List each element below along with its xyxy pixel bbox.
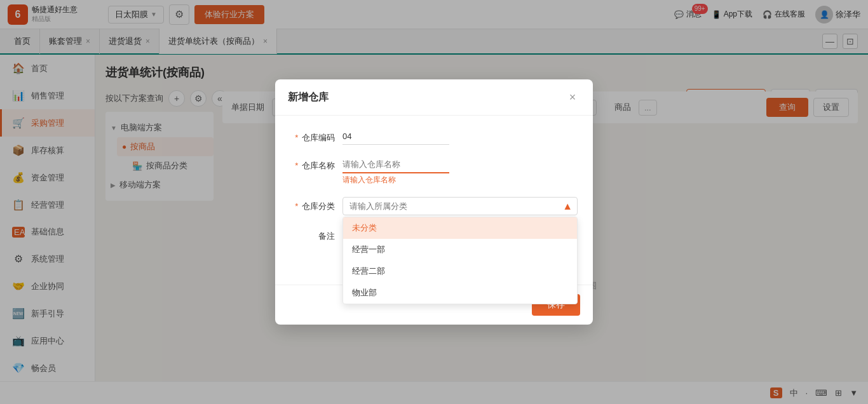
- modal-close-button[interactable]: ×: [565, 90, 580, 105]
- notes-label: 备注: [290, 227, 335, 242]
- code-input[interactable]: [342, 128, 449, 145]
- category-arrow-icon[interactable]: ▲: [562, 201, 573, 212]
- dropdown-item-property[interactable]: 物业部: [343, 282, 577, 304]
- add-warehouse-modal: 新增仓库 × * 仓库编码 * 仓库名称: [275, 79, 593, 325]
- modal-header: 新增仓库 ×: [275, 79, 593, 116]
- name-error-msg: 请输入仓库名称: [342, 175, 578, 185]
- dropdown-item-unclassified[interactable]: 未分类: [343, 217, 577, 239]
- modal-title: 新增仓库: [288, 91, 329, 104]
- form-row-name: * 仓库名称 请输入仓库名称: [290, 156, 578, 185]
- form-row-code: * 仓库编码: [290, 128, 578, 145]
- code-label: * 仓库编码: [290, 128, 335, 144]
- form-row-category: * 仓库分类 ▲ 未分类 经营一部 经营二部 物业部: [290, 197, 578, 215]
- category-dropdown: 未分类 经营一部 经营二部 物业部: [342, 217, 578, 304]
- modal-body: * 仓库编码 * 仓库名称 请输入仓库名称: [275, 116, 593, 285]
- category-select-wrapper: ▲ 未分类 经营一部 经营二部 物业部: [342, 197, 578, 215]
- category-input[interactable]: [342, 197, 578, 215]
- name-input[interactable]: [342, 156, 449, 173]
- dropdown-item-dept1[interactable]: 经营一部: [343, 239, 577, 260]
- category-label: * 仓库分类: [290, 197, 335, 212]
- dropdown-item-dept2[interactable]: 经营二部: [343, 260, 577, 282]
- modal-overlay: 新增仓库 × * 仓库编码 * 仓库名称: [0, 0, 868, 404]
- name-label: * 仓库名称: [290, 156, 335, 172]
